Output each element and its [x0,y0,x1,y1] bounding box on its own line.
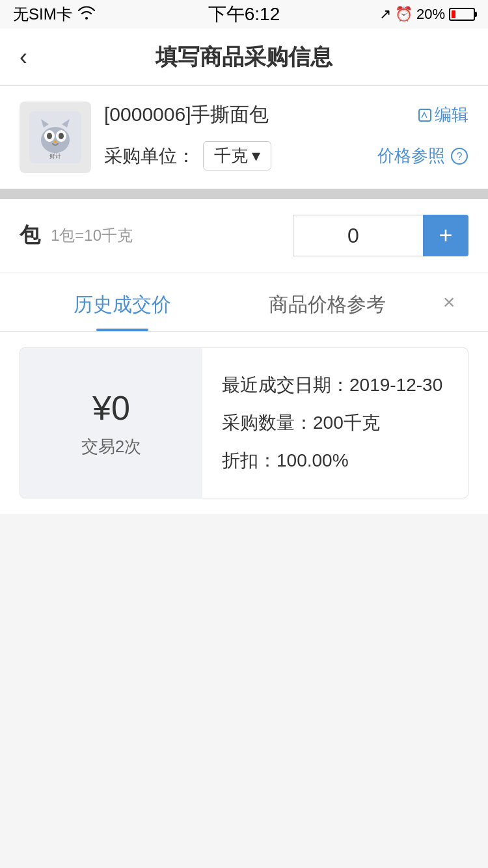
tab-product-price-ref[interactable]: 商品价格参考 [224,273,429,331]
back-button[interactable]: ‹ [20,44,27,71]
recent-date-row: 最近成交日期：2019-12-30 [222,372,448,399]
tab-underline [96,329,148,331]
wifi-icon [77,5,96,23]
trade-card-right: 最近成交日期：2019-12-30 采购数量：200千克 折扣：100.00% [202,348,468,498]
purchase-unit-row: 采购单位： 千克 ▾ 价格参照 ? [104,141,468,170]
battery-icon [449,8,475,21]
product-name: [0000006]手撕面包 [104,102,269,128]
page-title: 填写商品采购信息 [156,42,332,72]
svg-point-4 [47,133,52,139]
battery-pct: 20% [416,6,445,23]
tabs-panel: 历史成交价 商品价格参考 × ¥0 交易2次 最近成交日期：2019-12-30… [0,273,488,514]
svg-text:鲜计: 鲜计 [49,153,61,159]
nav-bar: ‹ 填写商品采购信息 [0,29,488,86]
carrier-text: 无SIM卡 [13,4,72,25]
trade-price: ¥0 [92,388,130,427]
quantity-input-group[interactable]: + [293,215,468,256]
trade-card-left: ¥0 交易2次 [20,348,202,498]
status-time: 下午6:12 [208,2,280,27]
svg-text:?: ? [457,151,463,162]
unit-select-dropdown[interactable]: 千克 ▾ [203,141,271,170]
unit-big-label: 包 [20,221,40,250]
quantity-row: 包 1包=10千克 + [0,199,488,272]
quantity-plus-button[interactable]: + [423,215,468,256]
trade-count: 交易2次 [81,435,141,458]
price-reference-button[interactable]: 价格参照 ? [377,144,468,167]
content-area [0,514,488,868]
section-divider [0,189,488,199]
dropdown-arrow: ▾ [252,146,260,166]
trade-card: ¥0 交易2次 最近成交日期：2019-12-30 采购数量：200千克 折扣：… [20,347,468,498]
product-name-row: [0000006]手撕面包 编辑 [104,102,468,128]
status-bar: 无SIM卡 下午6:12 ↗ ⏰ 20% [0,0,488,29]
purchase-unit-label: 采购单位： [104,144,195,169]
status-carrier: 无SIM卡 [13,4,96,25]
purchase-qty-row: 采购数量：200千克 [222,409,448,437]
product-thumbnail: 鲜计 [20,102,91,173]
quantity-label: 包 1包=10千克 [20,221,133,250]
svg-rect-10 [419,109,431,121]
unit-selector[interactable]: 采购单位： 千克 ▾ [104,141,271,170]
tab-history-price[interactable]: 历史成交价 [20,273,224,331]
svg-point-5 [59,133,64,139]
product-info: [0000006]手撕面包 编辑 采购单位： 千克 ▾ 价格参照 [104,102,468,170]
trade-card-area: ¥0 交易2次 最近成交日期：2019-12-30 采购数量：200千克 折扣：… [0,332,488,514]
discount-row: 折扣：100.00% [222,447,448,474]
status-right-icons: ↗ ⏰ 20% [379,6,475,23]
alarm-icon: ⏰ [395,6,413,23]
tabs-header: 历史成交价 商品价格参考 × [0,273,488,332]
unit-hint: 1包=10千克 [51,225,133,246]
info-icon: ? [450,147,468,165]
location-icon: ↗ [379,6,391,23]
product-logo: 鲜计 [29,111,81,163]
quantity-input[interactable] [293,215,423,256]
product-card: 鲜计 [0000006]手撕面包 编辑 采购单位： 千克 ▾ [0,86,488,189]
tabs-close-button[interactable]: × [429,283,468,322]
edit-button[interactable]: 编辑 [418,103,468,126]
